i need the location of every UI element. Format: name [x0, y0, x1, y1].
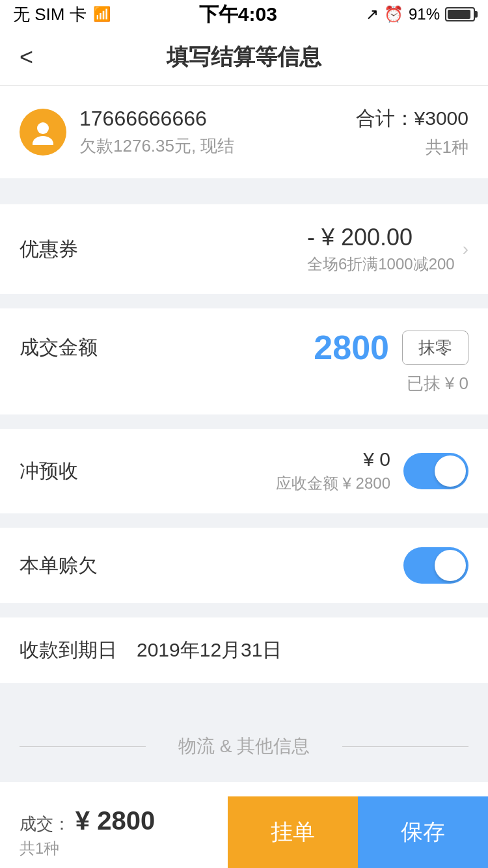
customer-card: 17666666666 欠款1276.35元, 现结 合计：¥3000 共1种 [0, 86, 488, 178]
prepay-toggle[interactable] [403, 453, 468, 489]
gray-section-3 [0, 604, 488, 617]
amount-label: 成交金额 [20, 334, 98, 361]
battery-icon [445, 7, 475, 21]
gray-section-1 [0, 295, 488, 308]
bottom-deal-label: 成交： [20, 814, 70, 834]
customer-phone: 17666666666 [79, 107, 234, 131]
divider-1 [0, 191, 488, 204]
coupon-value-block: - ¥ 200.00 全场6折满1000减200 [307, 224, 455, 275]
status-time: 下午4:03 [199, 1, 277, 28]
pending-button[interactable]: 挂单 [228, 796, 358, 868]
duedate-row: 收款到期日 2019年12月31日 [20, 637, 468, 664]
svg-point-1 [33, 136, 53, 145]
battery-percent: 91% [409, 5, 440, 23]
bottom-amount: ¥ 2800 [75, 806, 155, 835]
total-count: 共1种 [356, 136, 468, 159]
amount-row: 成交金额 2800 抹零 [20, 328, 468, 367]
logistics-line-right [342, 746, 468, 747]
customer-debt: 欠款1276.35元, 现结 [79, 135, 234, 157]
amount-section: 成交金额 2800 抹零 已抹 ¥ 0 [0, 308, 488, 414]
section-divider-2 [0, 685, 488, 698]
bottom-deal-row: 成交： ¥ 2800 [20, 806, 208, 835]
duedate-label: 收款到期日 [20, 637, 117, 664]
logistics-section: 物流 & 其他信息 [0, 711, 488, 782]
status-left: 无 SIM 卡 📶 [13, 3, 111, 26]
debt-section: 本单赊欠 [0, 528, 488, 603]
coupon-label: 优惠券 [20, 236, 78, 263]
round-button[interactable]: 抹零 [402, 331, 468, 365]
logistics-line-left [20, 746, 146, 747]
total-amount: 合计：¥3000 [356, 105, 468, 132]
chevron-right-icon: › [463, 239, 468, 260]
avatar [20, 109, 66, 156]
section-divider-1 [0, 515, 488, 528]
customer-right: 合计：¥3000 共1种 [356, 105, 468, 159]
prepay-section: 冲预收 ¥ 0 应收金额 ¥ 2800 [0, 429, 488, 513]
debt-toggle[interactable] [403, 547, 468, 584]
svg-point-0 [37, 122, 49, 134]
gray-section-2 [0, 416, 488, 429]
battery-fill [448, 10, 470, 19]
status-right: ↗ ⏰ 91% [366, 5, 475, 23]
toggle-knob [435, 455, 466, 487]
prepay-label: 冲预收 [20, 458, 78, 485]
nav-bar: < 填写结算等信息 [0, 29, 488, 86]
coupon-discount: - ¥ 200.00 [307, 224, 455, 251]
status-bar: 无 SIM 卡 📶 下午4:03 ↗ ⏰ 91% [0, 0, 488, 29]
wifi-icon: 📶 [93, 6, 111, 23]
coupon-right: - ¥ 200.00 全场6折满1000减200 › [307, 224, 468, 275]
bottom-count: 共1种 [20, 838, 208, 859]
debt-toggle-knob [435, 550, 466, 581]
prepay-amount: ¥ 0 [276, 448, 390, 470]
bottom-info: 成交： ¥ 2800 共1种 [0, 806, 228, 859]
prepay-right: ¥ 0 应收金额 ¥ 2800 [276, 448, 468, 494]
coupon-desc: 全场6折满1000减200 [307, 254, 455, 275]
sim-label: 无 SIM 卡 [13, 3, 87, 26]
page-title: 填写结算等信息 [167, 42, 321, 72]
logistics-header: 物流 & 其他信息 [0, 724, 488, 769]
coupon-row[interactable]: 优惠券 - ¥ 200.00 全场6折满1000减200 › [0, 204, 488, 294]
customer-left: 17666666666 欠款1276.35元, 现结 [20, 107, 234, 157]
alarm-icon: ⏰ [384, 5, 403, 23]
location-icon: ↗ [366, 5, 379, 23]
logistics-title: 物流 & 其他信息 [178, 734, 310, 759]
prepay-amount-block: ¥ 0 应收金额 ¥ 2800 [276, 448, 390, 494]
amount-value-area: 2800 抹零 [314, 328, 468, 367]
amount-sub: 已抹 ¥ 0 [20, 372, 468, 395]
prepay-sub: 应收金额 ¥ 2800 [276, 473, 390, 494]
customer-info: 17666666666 欠款1276.35元, 现结 [79, 107, 234, 157]
duedate-section: 收款到期日 2019年12月31日 [0, 617, 488, 683]
amount-value: 2800 [314, 328, 389, 367]
save-button[interactable]: 保存 [358, 796, 488, 868]
bottom-bar: 成交： ¥ 2800 共1种 挂单 保存 [0, 796, 488, 868]
page-content: 17666666666 欠款1276.35元, 现结 合计：¥3000 共1种 … [0, 86, 488, 868]
debt-label: 本单赊欠 [20, 552, 98, 579]
duedate-value: 2019年12月31日 [137, 637, 282, 664]
back-button[interactable]: < [20, 44, 33, 71]
